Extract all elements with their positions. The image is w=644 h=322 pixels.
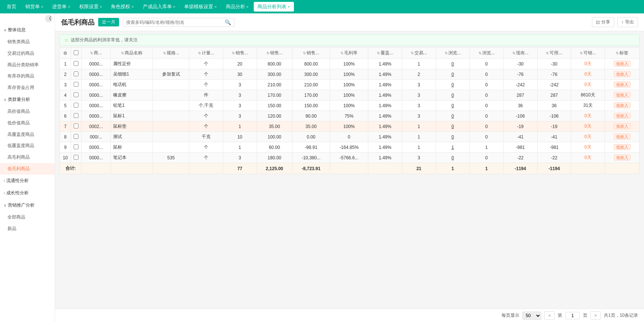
col-qty[interactable]: ⇅销售... bbox=[223, 48, 257, 59]
sidebar-item-stock-goods[interactable]: 有库存的商品 bbox=[0, 70, 55, 82]
total-coverage: 21 bbox=[402, 163, 436, 174]
row-num: 2 bbox=[60, 69, 71, 80]
sidebar-item-high-value[interactable]: 高价值商品 bbox=[0, 106, 55, 117]
filter-period-button[interactable]: 近一月 bbox=[98, 18, 119, 26]
nav-product-analysis-list[interactable]: 商品分析列表 × bbox=[254, 2, 294, 12]
page-size-label: 每页显示 bbox=[502, 312, 519, 319]
row-num: 1 bbox=[60, 59, 71, 69]
chevron-down-icon: ∨ bbox=[4, 28, 6, 32]
row-checkbox[interactable] bbox=[74, 155, 79, 160]
sidebar-item-high-coverage[interactable]: 高覆盖度商品 bbox=[0, 129, 55, 140]
chevron-down-icon: ∨ bbox=[4, 203, 6, 207]
sidebar-group-growth[interactable]: › 成长性分析 bbox=[0, 187, 55, 199]
export-button[interactable]: ↑ 导出 bbox=[617, 17, 638, 27]
main-layout: 《 ∨ 整体信息 销售类商品 交易过的商品 商品分类助销率 有库存的商品 库存资… bbox=[0, 13, 644, 322]
sidebar-item-low-value[interactable]: 低价值商品 bbox=[0, 117, 55, 129]
col-available[interactable]: ⇅可用... bbox=[537, 48, 571, 59]
page-size-select[interactable]: 50 100 200 bbox=[522, 312, 541, 320]
sidebar-group-cluster[interactable]: ∨ 类群量分析 bbox=[0, 93, 55, 106]
row-checkbox[interactable] bbox=[74, 124, 79, 128]
nav-close-icon[interactable]: × bbox=[131, 4, 134, 9]
nav-sales-order[interactable]: 销货单 × bbox=[22, 2, 47, 12]
col-browse1[interactable]: ⇅浏览... bbox=[436, 48, 470, 59]
table-row: 6 0000... 鼠标1 个 3 120.00 90.00 75% 1.49%… bbox=[60, 111, 640, 121]
row-checkbox[interactable] bbox=[74, 144, 79, 149]
row-num: 4 bbox=[60, 90, 71, 101]
row-checkbox[interactable] bbox=[74, 92, 79, 97]
sidebar-item-low-coverage[interactable]: 低覆盖度商品 bbox=[0, 140, 55, 152]
nav-close-icon[interactable]: × bbox=[68, 4, 70, 9]
next-page-button[interactable]: ＞ bbox=[590, 311, 601, 320]
total-current: -1194 bbox=[503, 163, 537, 174]
nav-product-analysis[interactable]: 商品分析 × bbox=[222, 2, 252, 12]
sidebar-group-circulation[interactable]: › 流通性分析 bbox=[0, 175, 55, 187]
col-name[interactable]: ⇅商品名称 bbox=[111, 48, 153, 59]
page-number-input[interactable] bbox=[565, 312, 580, 319]
col-code[interactable]: ⇅商... bbox=[81, 48, 111, 59]
sidebar-item-new-goods[interactable]: 新品 bbox=[0, 223, 55, 235]
sidebar-item-category-rate[interactable]: 商品分类助销率 bbox=[0, 59, 55, 71]
chevron-down-icon: ∨ bbox=[4, 98, 6, 102]
nav-close-icon[interactable]: × bbox=[288, 4, 290, 9]
table-container[interactable]: ⚙ ⇅商... ⇅商品名称 ⇅规格... ⇅计量... ⇅销售... ⇅销售..… bbox=[60, 47, 640, 309]
total-label: 合计: bbox=[60, 163, 81, 174]
row-checkbox[interactable] bbox=[74, 82, 79, 87]
sidebar-item-stock-funds[interactable]: 库存资金占用 bbox=[0, 82, 55, 93]
col-tag[interactable]: ⇅标签 bbox=[605, 48, 640, 59]
search-icon[interactable]: 🔍 bbox=[225, 19, 231, 25]
export-icon: ↑ bbox=[621, 20, 624, 25]
sidebar-group-marketing[interactable]: ∨ 营销推广分析 bbox=[0, 199, 55, 211]
nav-close-icon[interactable]: × bbox=[246, 4, 249, 9]
sidebar-item-sales-goods[interactable]: 销售类商品 bbox=[0, 36, 55, 48]
sidebar-item-traded-goods[interactable]: 交易过的商品 bbox=[0, 48, 55, 59]
sidebar-item-low-margin[interactable]: 低毛利商品 bbox=[0, 163, 55, 175]
content-area: 低毛利商品 近一月 🔍 ⊡ 分享 ↑ 导出 ☆ 这部分商品的利润非常低，请关注 bbox=[55, 13, 644, 322]
sidebar-item-all-goods[interactable]: 全部商品 bbox=[0, 211, 55, 223]
content-header: 低毛利商品 近一月 🔍 ⊡ 分享 ↑ 导出 bbox=[55, 13, 644, 31]
nav-close-icon[interactable]: × bbox=[214, 4, 217, 9]
col-unit[interactable]: ⇅计量... bbox=[189, 48, 223, 59]
nav-permission[interactable]: 权限设置 × bbox=[76, 2, 106, 12]
sidebar-item-high-margin[interactable]: 高毛利商品 bbox=[0, 152, 55, 163]
col-gross-rate[interactable]: ⇅覆盖... bbox=[368, 48, 402, 59]
row-checkbox[interactable] bbox=[74, 134, 79, 139]
prev-page-button[interactable]: ＜ bbox=[544, 311, 555, 320]
sidebar-collapse-button[interactable]: 《 bbox=[45, 15, 52, 22]
sidebar-group-overall[interactable]: ∨ 整体信息 bbox=[0, 24, 55, 36]
page-suffix: 页 bbox=[583, 312, 587, 319]
total-browse2: 1 bbox=[470, 163, 503, 174]
col-sale-cost[interactable]: ⇅销售... bbox=[292, 48, 330, 59]
sidebar: 《 ∨ 整体信息 销售类商品 交易过的商品 商品分类助销率 有库存的商品 库存资… bbox=[0, 13, 55, 322]
nav-close-icon[interactable]: × bbox=[41, 4, 43, 9]
row-checkbox[interactable] bbox=[74, 61, 79, 66]
col-gross-pct[interactable]: ⇅毛利率 bbox=[330, 48, 368, 59]
nav-close-icon[interactable]: × bbox=[100, 4, 102, 9]
nav-home[interactable]: 首页 bbox=[3, 2, 20, 12]
row-checkbox[interactable] bbox=[74, 103, 79, 108]
notice-icon: ☆ bbox=[64, 38, 68, 43]
nav-template-settings[interactable]: 单据模板设置 × bbox=[180, 2, 220, 12]
col-browse2[interactable]: ⇅浏览... bbox=[470, 48, 503, 59]
nav-role-auth[interactable]: 角色授权 × bbox=[107, 2, 137, 12]
notice-bar: ☆ 这部分商品的利润非常低，请关注 bbox=[60, 34, 640, 46]
col-current[interactable]: ⇅现有... bbox=[503, 48, 537, 59]
nav-purchase-order[interactable]: 进货单 × bbox=[48, 2, 74, 12]
row-num: 9 bbox=[60, 142, 71, 153]
search-input[interactable] bbox=[126, 20, 225, 25]
total-sale-amt: 2,125.00 bbox=[257, 163, 292, 174]
table-row: 7 0002... 鼠标垫 个 1 35.00 35.00 100% 1.49%… bbox=[60, 121, 640, 132]
col-spec[interactable]: ⇅规格... bbox=[153, 48, 189, 59]
col-settings[interactable]: ⚙ bbox=[60, 48, 71, 59]
row-checkbox[interactable] bbox=[74, 71, 79, 76]
col-sale-amt[interactable]: ⇅销售... bbox=[257, 48, 292, 59]
table-row: 1 0000... 属性定价 个 20 800.00 800.00 100% 1… bbox=[60, 59, 640, 69]
share-button[interactable]: ⊡ 分享 bbox=[592, 17, 614, 27]
col-saleable[interactable]: ⇅可销... bbox=[571, 48, 605, 59]
nav-product-entry[interactable]: 产成品入库单 × bbox=[139, 2, 179, 12]
table-row: 8 000/... 测试 千克 10 100.00 0.00 0 1.49% 1… bbox=[60, 132, 640, 142]
select-all-checkbox[interactable] bbox=[74, 50, 79, 55]
row-checkbox[interactable] bbox=[74, 113, 79, 118]
nav-close-icon[interactable]: × bbox=[173, 4, 175, 9]
col-checkbox[interactable] bbox=[71, 48, 81, 59]
col-trade[interactable]: ⇅交易... bbox=[402, 48, 436, 59]
